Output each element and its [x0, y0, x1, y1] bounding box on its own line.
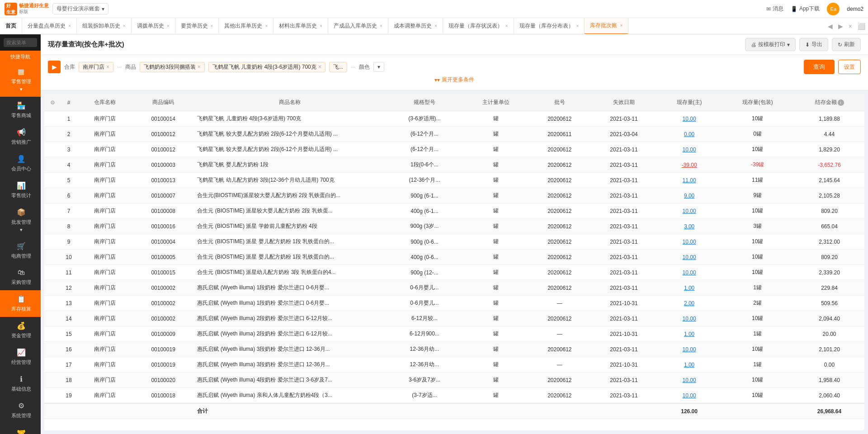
tab-close-all-button[interactable]: × — [846, 18, 855, 34]
warehouse-selector[interactable]: 母婴行业演示账套 ▾ — [52, 3, 108, 14]
col-settings[interactable]: ⚙ — [44, 94, 61, 111]
sidebar-item-retail-store-label: 零售商城 — [11, 112, 31, 119]
sidebar-item-marketing[interactable]: 📢 营销推广 — [0, 123, 41, 150]
row-batch: 20200612 — [529, 373, 590, 388]
tab-inv-dist[interactable]: 现存量（库存分布表） × — [514, 18, 585, 34]
goods-tag-2-remove[interactable]: × — [318, 64, 321, 70]
tab-cost-close[interactable]: × — [434, 24, 437, 28]
sidebar-item-system[interactable]: ⚙ 系统管理 — [0, 397, 41, 424]
filter-area: ▶ 合库 南岸门店 × ··· 商品 飞鹤奶粉3段同捆搭装 × 飞鹤星飞帆 儿童… — [41, 55, 868, 90]
sidebar-item-member[interactable]: 👤 会员中心 — [0, 150, 41, 177]
tab-mix-history[interactable]: 调拨单历史 × — [132, 18, 175, 34]
row-unit: 罐 — [463, 311, 529, 326]
logo-icon: 好生意 — [5, 3, 17, 15]
row-settings-cell — [44, 280, 61, 296]
tab-home-label: 首页 — [5, 22, 16, 30]
tab-unpack-history[interactable]: 组装拆卸单历史 × — [77, 18, 132, 34]
tab-require-history[interactable]: 要货单历史 × — [175, 18, 219, 34]
sidebar-item-operation[interactable]: 📈 经营管理 — [0, 344, 41, 370]
tab-mix-close[interactable]: × — [167, 24, 170, 28]
row-balance: 1,189.88 — [794, 111, 864, 127]
col-spec: 规格型号 — [386, 94, 462, 111]
search-input[interactable] — [4, 38, 37, 47]
column-settings-icon[interactable]: ⚙ — [50, 99, 55, 106]
sidebar-item-retail-store[interactable]: 🏪 零售商城 — [0, 97, 41, 123]
sidebar-item-ecommerce[interactable]: 🛒 电商管理 — [0, 237, 41, 264]
goods-filter-label: 商品 — [125, 63, 136, 71]
row-qty-main: 3.00 — [658, 219, 721, 234]
row-expire: 2021-03-11 — [590, 157, 658, 173]
quick-nav-button[interactable]: 快捷导航 — [0, 51, 41, 63]
color-filter-dropdown[interactable]: ▾ — [373, 62, 384, 72]
tab-other-out[interactable]: 其他出库单历史 × — [219, 18, 274, 34]
table-row: 11 南岸门店 00100015 合生元 (BIOSTIME) 派星幼儿配方奶粉… — [44, 265, 864, 280]
row-expire: 2021-10-31 — [590, 296, 658, 311]
sidebar-item-purchase[interactable]: 🛍 采购管理 — [0, 264, 41, 290]
row-balance: 229.84 — [794, 280, 864, 296]
row-unit: 罐 — [463, 342, 529, 357]
tab-material-out-close[interactable]: × — [320, 24, 322, 28]
tab-batch-voucher[interactable]: 库存批次账 × — [585, 18, 628, 34]
row-code: 00100007 — [133, 188, 193, 203]
row-settings-cell — [44, 250, 61, 265]
sidebar-item-retail-stat[interactable]: 📊 零售统计 — [0, 177, 41, 203]
tab-split-history[interactable]: 分量盘点单历史 × — [22, 18, 77, 34]
warehouse-tag-remove[interactable]: × — [106, 64, 109, 70]
warehouse-filter-dots[interactable]: ··· — [117, 64, 122, 70]
tab-product-in-label: 产成品入库单历史 — [334, 22, 377, 30]
tab-require-close[interactable]: × — [211, 24, 213, 28]
sidebar-item-batch-mgmt[interactable]: 📦 批发管理 ▾ — [0, 203, 41, 237]
tab-unpack-close[interactable]: × — [123, 24, 126, 28]
row-index: 7 — [61, 203, 77, 219]
table-row: 5 南岸门店 00100013 飞鹤星飞帆 幼儿配方奶粉 3段(12-36个月幼… — [44, 173, 864, 188]
tab-maximize-button[interactable]: ⬜ — [855, 18, 868, 34]
tab-split-close[interactable]: × — [68, 24, 71, 28]
table-footer-row: 合计 126.00 26,968.64 — [44, 403, 864, 419]
app-download-button[interactable]: 📱 App下载 — [791, 5, 820, 13]
tab-inv-dist-close[interactable]: × — [576, 24, 579, 28]
col-code: 商品编码 — [133, 94, 193, 111]
table-row: 3 南岸门店 00100012 飞鹤星飞帆 较大婴儿配方奶粉 2段(6-12个月… — [44, 142, 864, 157]
sidebar-item-enterprise[interactable]: 🤝 企业协同 — [0, 424, 41, 434]
row-expire: 2021-03-11 — [590, 311, 658, 326]
tab-inv-status-close[interactable]: × — [505, 24, 508, 28]
export-button[interactable]: ⬇ 导出 — [799, 38, 828, 51]
goods-tag-1-remove[interactable]: × — [198, 64, 201, 70]
sidebar-item-retail-mgmt[interactable]: ▦ 零售管理 ▾ — [0, 63, 41, 97]
sidebar-item-inventory[interactable]: 📋 库存核算 — [0, 290, 41, 317]
tab-home[interactable]: 首页 — [0, 18, 22, 34]
sidebar-item-basic-info[interactable]: ℹ 基础信息 — [0, 370, 41, 397]
footer-balance-total: 26,968.64 — [794, 403, 864, 419]
balance-info-icon[interactable]: i — [838, 99, 844, 106]
message-button[interactable]: ✉ 消息 — [766, 5, 783, 13]
tab-cost-history[interactable]: 成本调整单历史 × — [388, 18, 443, 34]
tab-inv-status[interactable]: 现存量（库存状况表） × — [443, 18, 514, 34]
row-balance: 509.56 — [794, 296, 864, 311]
refresh-button[interactable]: ↻ 刷新 — [832, 38, 861, 51]
print-button[interactable]: 🖨 按模板打印 ▾ — [745, 38, 796, 51]
tab-product-in-close[interactable]: × — [380, 24, 382, 28]
tab-batch-close[interactable]: × — [620, 23, 623, 28]
filter-expand-arrow[interactable]: ▶ — [48, 61, 61, 73]
row-settings-cell — [44, 342, 61, 357]
avatar[interactable]: Ea — [827, 3, 840, 15]
query-button[interactable]: 查询 — [804, 60, 835, 74]
filter-expand-row[interactable]: ▾▾ 展开更多条件 — [48, 74, 861, 85]
settings-page-button[interactable]: 设置 — [838, 60, 861, 74]
system-icon: ⚙ — [18, 401, 24, 410]
tab-material-out-label: 材料出库单历史 — [279, 22, 317, 30]
tab-mix-label: 调拨单历史 — [137, 22, 164, 30]
row-name: 惠氏启赋 (Wyeth illuma) 2段奶粉 爱尔兰进口 6-12月较... — [193, 311, 386, 326]
operation-icon: 📈 — [17, 348, 26, 357]
tab-product-in[interactable]: 产成品入库单历史 × — [328, 18, 388, 34]
sidebar-item-finance[interactable]: 💰 资金管理 — [0, 317, 41, 344]
tab-next-button[interactable]: ▶ — [835, 18, 846, 34]
tab-other-out-close[interactable]: × — [265, 24, 268, 28]
tab-prev-button[interactable]: ◀ — [825, 18, 835, 34]
warehouse-chevron-icon: ▾ — [102, 6, 104, 12]
row-warehouse: 南岸门店 — [77, 342, 133, 357]
row-code: 00100012 — [133, 142, 193, 157]
goods-filter-dots[interactable]: ··· — [351, 64, 355, 70]
tab-material-out[interactable]: 材料出库单历史 × — [274, 18, 328, 34]
row-qty-main: 0.00 — [658, 127, 721, 142]
